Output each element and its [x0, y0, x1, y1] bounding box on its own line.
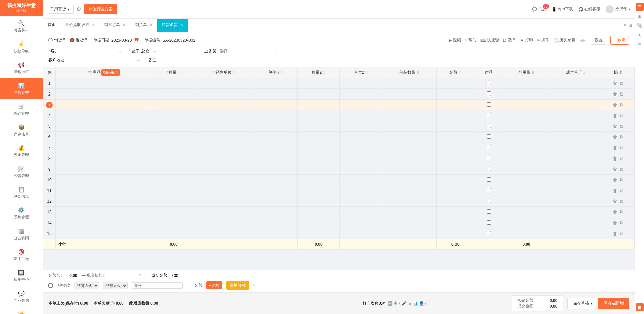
cell-pack-2[interactable] — [382, 89, 437, 100]
salesperson-input[interactable] — [218, 48, 272, 54]
cell-amount-7[interactable] — [437, 142, 474, 153]
cell-unit-3[interactable] — [195, 100, 254, 110]
cell-unit-4[interactable] — [195, 110, 254, 121]
cell-unit2-6[interactable] — [340, 132, 382, 142]
salesperson-dots[interactable]: ··· — [275, 49, 279, 54]
cell-price-9[interactable] — [254, 164, 298, 175]
cell-unit-2[interactable] — [195, 89, 254, 100]
cell-qty-5[interactable] — [153, 121, 195, 132]
tab-delivery-close[interactable]: ✕ — [150, 23, 152, 27]
cell-amount-1[interactable] — [437, 78, 474, 89]
copy-btn-5[interactable]: ⧉ — [620, 123, 623, 129]
cell-amount-4[interactable] — [437, 110, 474, 121]
cell-cost-6[interactable] — [549, 132, 601, 142]
cell-qty-7[interactable] — [153, 142, 195, 153]
cell-cost-14[interactable] — [549, 217, 601, 228]
delete-btn-13[interactable]: 🗑 — [613, 209, 618, 215]
delete-btn-3[interactable]: 🗑 — [613, 102, 618, 108]
cell-unit-11[interactable] — [195, 185, 254, 196]
cell-available-6[interactable] — [503, 132, 549, 142]
cell-qty2-4[interactable] — [298, 110, 340, 121]
delete-btn-9[interactable]: 🗑 — [613, 167, 618, 172]
sidebar-item-purchase[interactable]: 🛒 采购管理 — [0, 99, 43, 120]
copy-btn-12[interactable]: ⧉ — [620, 198, 623, 204]
copy-btn-7[interactable]: ⧉ — [620, 145, 623, 150]
delete-btn-15[interactable]: 🗑 — [613, 231, 618, 236]
delete-btn-5[interactable]: 🗑 — [613, 124, 618, 129]
cell-unit2-1[interactable] — [340, 78, 382, 89]
right-panel-expand[interactable]: ⊡ — [636, 40, 644, 48]
cell-gift-10[interactable] — [474, 175, 503, 185]
cell-amount-15[interactable] — [437, 228, 474, 239]
radio-return[interactable]: 退货单 — [70, 37, 88, 43]
sidebar-item-operation[interactable]: 📈 经营管理 — [0, 162, 43, 182]
online-service-btn[interactable]: 🎧 在线客服 — [578, 6, 600, 12]
cell-price-14[interactable] — [254, 217, 298, 228]
cell-pack-12[interactable] — [382, 196, 437, 207]
cell-product-4[interactable] — [56, 110, 153, 121]
delete-btn-7[interactable]: 🗑 — [613, 145, 618, 150]
cell-pack-9[interactable] — [382, 164, 437, 175]
scan-input-btn[interactable]: 扫码录入 — [101, 69, 120, 76]
cell-available-1[interactable] — [503, 78, 549, 89]
copy-btn-11[interactable]: ⧉ — [620, 188, 623, 193]
th-qty2-sort[interactable]: ⇅ — [323, 71, 326, 74]
delete-btn-2[interactable]: 🗑 — [613, 91, 618, 97]
tab-sales-order[interactable]: 销售订单 ✕ — [99, 19, 130, 32]
cell-pack-7[interactable] — [382, 142, 437, 153]
cell-qty-6[interactable] — [153, 132, 195, 142]
equals-label[interactable]: = — [145, 273, 147, 278]
copy-btn-2[interactable]: ⧉ — [620, 91, 623, 97]
cell-unit-8[interactable] — [195, 153, 254, 164]
tab-sales-return[interactable]: 销货退货 ✕ — [157, 19, 188, 32]
th-cost-info[interactable]: ℹ — [583, 70, 585, 75]
cell-qty-3[interactable] — [153, 100, 195, 110]
copy-btn-14[interactable]: ⧉ — [620, 220, 623, 226]
trial-btn[interactable]: 体验行业方案 — [84, 4, 117, 14]
cell-unit-1[interactable] — [195, 78, 254, 89]
cell-unit-9[interactable] — [195, 164, 254, 175]
cell-qty2-5[interactable] — [298, 121, 340, 132]
gift-checkbox-3[interactable] — [487, 102, 491, 107]
cell-unit-6[interactable] — [195, 132, 254, 142]
cell-available-5[interactable] — [503, 121, 549, 132]
cell-cost-11[interactable] — [549, 185, 601, 196]
cell-unit2-15[interactable] — [340, 228, 382, 239]
cell-unit2-13[interactable] — [340, 207, 382, 217]
cell-qty2-14[interactable] — [298, 217, 340, 228]
cell-qty-4[interactable] — [153, 110, 195, 121]
sidebar-item-system[interactable]: ⚙️ 系统管理 — [0, 203, 43, 224]
delete-btn-8[interactable]: 🗑 — [613, 156, 618, 161]
delete-btn-10[interactable]: 🗑 — [613, 177, 618, 183]
cell-amount-3[interactable] — [437, 100, 474, 110]
cell-available-11[interactable] — [503, 185, 549, 196]
question-icon[interactable]: ? — [139, 273, 141, 278]
cell-qty2-1[interactable] — [298, 78, 340, 89]
tab-home[interactable]: 首页 — [43, 19, 60, 32]
cell-product-14[interactable] — [56, 217, 153, 228]
account-dots[interactable]: ··· — [187, 283, 190, 288]
cell-price-12[interactable] — [254, 196, 298, 207]
cell-available-10[interactable] — [503, 175, 549, 185]
cell-qty2-10[interactable] — [298, 175, 340, 185]
cell-amount-10[interactable] — [437, 175, 474, 185]
cell-product-10[interactable] — [56, 175, 153, 185]
cell-pack-4[interactable] — [382, 110, 437, 121]
cell-product-1[interactable] — [56, 78, 153, 89]
close-window-icon[interactable]: ✕ — [623, 23, 627, 28]
cell-price-13[interactable] — [254, 207, 298, 217]
setting-btn[interactable]: 设置 — [591, 36, 606, 45]
cell-cost-8[interactable] — [549, 153, 601, 164]
action-help[interactable]: ? 帮助 — [465, 37, 476, 43]
cell-qty-1[interactable] — [153, 78, 195, 89]
cell-gift-11[interactable] — [474, 185, 503, 196]
gift-checkbox-8[interactable] — [487, 156, 491, 160]
cell-product-15[interactable] — [56, 228, 153, 239]
delete-btn-4[interactable]: 🗑 — [613, 113, 618, 118]
cell-gift-8[interactable] — [474, 153, 503, 164]
cell-cost-5[interactable] — [549, 121, 601, 132]
account-input[interactable] — [132, 282, 183, 289]
topbar-gear-icon[interactable]: ⚙ — [76, 6, 81, 12]
calendar-icon[interactable]: 📅 — [134, 38, 139, 43]
cell-qty2-9[interactable] — [298, 164, 340, 175]
